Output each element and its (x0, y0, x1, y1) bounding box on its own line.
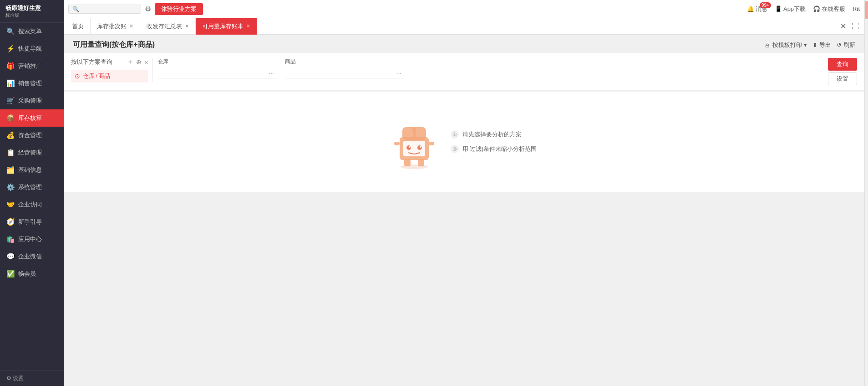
tab-home[interactable]: 首页 (66, 18, 91, 35)
product-input-wrap: ··· (285, 67, 403, 78)
tab-close-available[interactable]: ✕ (246, 23, 250, 29)
page-title: 可用量查询(按仓库+商品) (73, 40, 155, 50)
wechat-icon: 💬 (6, 252, 15, 261)
app-download-link[interactable]: 📱 App下载 (775, 5, 806, 13)
hint-item-1: ① 请先选择要分析的方案 (451, 130, 537, 139)
sidebar-item-label: 企业微信 (18, 252, 42, 261)
filter-scheme-panel: 按以下方案查询 ＋ ⊕ « ⊙ 仓库+商品 (71, 58, 153, 82)
sidebar-item-label: 搜索菜单 (18, 27, 42, 36)
manage-scheme-button[interactable]: ⊕ (136, 58, 142, 66)
system-icon: ⚙️ (6, 183, 15, 191)
sidebar-item-sales[interactable]: 📊销售管理 (0, 75, 64, 92)
sidebar-item-basic[interactable]: 🗂️基础信息 (0, 161, 64, 179)
scheme-item-icon: ⊙ (75, 72, 80, 80)
sidebar-item-shortcut[interactable]: ⚡快捷导航 (0, 40, 64, 57)
sidebar-item-company[interactable]: 🤝企业协同 (0, 196, 64, 213)
sidebar-item-wechat[interactable]: 💬企业微信 (0, 248, 64, 265)
tabs-bar: 首页库存批次账✕收发存汇总表✕可用量库存账本✕ ✕ ⛶ (64, 18, 864, 35)
export-icon: ⬆ (812, 41, 817, 48)
warehouse-input[interactable] (157, 67, 276, 78)
maximize-tab-button[interactable]: ⛶ (850, 21, 861, 32)
headset-icon: 🎧 (813, 5, 820, 12)
settings-button[interactable]: 设置 (828, 72, 857, 85)
tab-label: 库存批次账 (97, 22, 127, 31)
empty-hints: ① 请先选择要分析的方案 ② 用[过滤]条件来缩小分析范围 (451, 130, 537, 153)
product-label: 商品 (285, 58, 403, 66)
scheme-item-warehouse-product[interactable]: ⊙ 仓库+商品 (71, 70, 148, 82)
query-button[interactable]: 查询 (828, 58, 857, 71)
gear-icon[interactable]: ⚙ (145, 5, 151, 13)
collapse-scheme-button[interactable]: « (144, 58, 148, 66)
add-scheme-button[interactable]: ＋ (127, 58, 133, 66)
sidebar-item-system[interactable]: ⚙️系统管理 (0, 179, 64, 196)
tab-label: 首页 (72, 22, 84, 31)
main-area: 🔍 ⚙ 体验行业方案 🔔 消息 99+ 📱 App下载 🎧 在线客服 Rit 首… (64, 0, 864, 386)
tab-label: 可用量库存账本 (202, 22, 244, 31)
tab-summary[interactable]: 收发存汇总表✕ (140, 18, 196, 35)
operations-icon: 📋 (6, 149, 15, 157)
refresh-button[interactable]: ↺ 刷新 (837, 41, 855, 49)
trial-button[interactable]: 体验行业方案 (155, 3, 203, 15)
page-content: 可用量查询(按仓库+商品) 🖨 按模板打印 ▾ ⬆ 导出 ↺ 刷新 (64, 35, 864, 386)
hint-item-2: ② 用[过滤]条件来缩小分析范围 (451, 145, 537, 153)
search-icon: 🔍 (72, 6, 79, 12)
customer-service-label: 在线客服 (822, 5, 845, 13)
warehouse-input-wrap: ··· (157, 67, 276, 78)
sidebar-item-vip[interactable]: ✅畅会员 (0, 265, 64, 283)
sidebar-bottom[interactable]: ⚙ 设置 (0, 371, 64, 386)
sidebar-item-marketing[interactable]: 🎁营销推广 (0, 57, 64, 75)
page-header: 可用量查询(按仓库+商品) 🖨 按模板打印 ▾ ⬆ 导出 ↺ 刷新 (64, 35, 864, 53)
sales-icon: 📊 (6, 79, 15, 87)
sidebar-item-label: 企业协同 (18, 201, 42, 209)
phone-icon: 📱 (775, 5, 782, 12)
refresh-label: 刷新 (843, 41, 855, 49)
tab-close-summary[interactable]: ✕ (185, 23, 189, 29)
sidebar-item-label: 新手引导 (18, 218, 42, 226)
print-icon: 🖨 (765, 41, 771, 48)
export-button[interactable]: ⬆ 导出 (812, 41, 831, 49)
warehouse-more-icon[interactable]: ··· (269, 69, 274, 77)
search-input[interactable] (81, 6, 136, 12)
sidebar-item-inventory[interactable]: 📦库存核算 (0, 109, 64, 127)
sidebar-item-label: 资金管理 (18, 131, 42, 139)
tab-available[interactable]: 可用量库存账本✕ (196, 18, 257, 35)
sidebar-header: 畅康通好生意 标准版 (0, 0, 64, 23)
empty-state-inner: ① 请先选择要分析的方案 ② 用[过滤]条件来缩小分析范围 (391, 119, 537, 165)
print-label: 按模板打印 (772, 41, 802, 49)
filter-scheme-header: 按以下方案查询 ＋ ⊕ « (71, 58, 148, 66)
filter-fields: 仓库 ··· 商品 ··· (157, 58, 828, 78)
right-scroll-thumb[interactable] (865, 1, 868, 19)
svg-point-5 (409, 146, 411, 148)
sidebar-item-appstore[interactable]: 🛍️应用中心 (0, 231, 64, 248)
svg-rect-10 (418, 159, 424, 166)
sidebar-item-label: 系统管理 (18, 183, 42, 191)
product-field: 商品 ··· (285, 58, 403, 78)
sidebar-item-purchase[interactable]: 🛒采购管理 (0, 92, 64, 109)
export-label: 导出 (819, 41, 831, 49)
sidebar-item-label: 快捷导航 (18, 45, 42, 53)
scheme-label: 按以下方案查询 (71, 58, 124, 66)
purchase-icon: 🛒 (6, 97, 15, 105)
sidebar-item-label: 基础信息 (18, 166, 42, 174)
basic-icon: 🗂️ (6, 166, 15, 174)
product-input[interactable] (285, 67, 403, 78)
sidebar-item-operations[interactable]: 📋经营管理 (0, 144, 64, 161)
svg-rect-7 (394, 142, 400, 145)
tab-close-batch[interactable]: ✕ (129, 23, 133, 29)
scheme-item-label: 仓库+商品 (83, 72, 110, 80)
print-button[interactable]: 🖨 按模板打印 ▾ (765, 41, 807, 49)
topbar-search-box[interactable]: 🔍 (68, 5, 141, 14)
customer-service-link[interactable]: 🎧 在线客服 (813, 5, 845, 13)
app-version: 标准版 (5, 12, 58, 19)
close-tab-button[interactable]: ✕ (838, 20, 848, 32)
user-name[interactable]: Rit (853, 5, 860, 12)
sidebar-item-guide[interactable]: 🧭新手引导 (0, 213, 64, 231)
svg-point-6 (420, 146, 421, 148)
sidebar-item-finance[interactable]: 💰资金管理 (0, 127, 64, 144)
filter-area: 按以下方案查询 ＋ ⊕ « ⊙ 仓库+商品 仓库 ··· (64, 53, 864, 90)
tab-batch[interactable]: 库存批次账✕ (91, 18, 140, 35)
hint-num-2: ② (451, 145, 459, 153)
product-more-icon[interactable]: ··· (396, 69, 401, 77)
sidebar-item-search[interactable]: 🔍搜索菜单 (0, 23, 64, 40)
notification-link[interactable]: 🔔 消息 99+ (747, 5, 767, 13)
